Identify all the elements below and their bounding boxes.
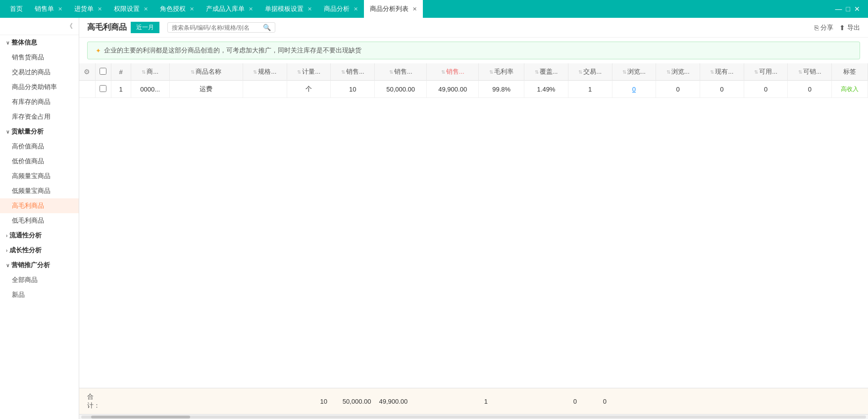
close-tab-analysis[interactable]: ✕	[354, 6, 358, 12]
sidebar-item-high-margin[interactable]: 高毛利商品	[0, 198, 79, 213]
nav-template-settings[interactable]: 单据模板设置 ✕	[259, 0, 318, 18]
col-available[interactable]: ⇅可用...	[744, 63, 788, 81]
col-browse2[interactable]: ⇅浏览...	[656, 63, 700, 81]
cell-cover: 1.49%	[524, 81, 568, 98]
sidebar-item-low-freq[interactable]: 低频量宝商品	[0, 184, 79, 198]
nav-home[interactable]: 首页	[4, 0, 29, 18]
sidebar-group-trend[interactable]: › 流通性分析	[0, 228, 79, 243]
close-tab-permission[interactable]: ✕	[144, 6, 148, 12]
sort-icon: ⇅	[142, 69, 146, 75]
col-checkbox	[95, 63, 111, 81]
close-tab-analysis-list[interactable]: ✕	[412, 6, 417, 12]
col-sales-amount[interactable]: ⇅销售...	[375, 63, 427, 81]
sidebar-item-high-value[interactable]: 高价值商品	[0, 139, 79, 154]
cell-spec	[243, 81, 287, 98]
col-name[interactable]: ⇅商品名称	[169, 63, 243, 81]
close-tab-purchase[interactable]: ✕	[98, 6, 102, 12]
col-current-stock[interactable]: ⇅现有...	[700, 63, 744, 81]
scrollbar-thumb[interactable]	[91, 416, 190, 419]
sidebar-item-all-goods[interactable]: 全部商品	[0, 273, 79, 287]
footer-bar: 合计： 10 50,000.00 49,900.00 1 0 0	[79, 388, 868, 414]
settings-icon[interactable]: ⚙	[84, 68, 90, 76]
sidebar-item-low-margin[interactable]: 低毛利商品	[0, 213, 79, 228]
cell-unit: 个	[287, 81, 331, 98]
cell-current-stock: 0	[700, 81, 744, 98]
window-controls: — □ ✕	[835, 5, 864, 13]
col-browse1[interactable]: ⇅浏览...	[612, 63, 656, 81]
cell-available: 0	[744, 81, 788, 98]
close-tab-sales[interactable]: ✕	[58, 6, 62, 12]
close-tab-finished[interactable]: ✕	[249, 6, 253, 12]
col-spec[interactable]: ⇅规格...	[243, 63, 287, 81]
sidebar-group-financial[interactable]: ∨ 贡献量分析	[0, 124, 79, 139]
sidebar-item-stock-capital[interactable]: 库存资金占用	[0, 109, 79, 124]
col-settings[interactable]: ⚙	[79, 63, 95, 81]
sidebar-item-sales-goods[interactable]: 销售货商品	[0, 50, 79, 65]
nav-finished-goods[interactable]: 产成品入库单 ✕	[200, 0, 259, 18]
cell-trade: 1	[568, 81, 612, 98]
sidebar-item-new-goods[interactable]: 新品	[0, 287, 79, 302]
chevron-down-icon-3: ∨	[6, 263, 9, 268]
footer-sales-profit: 49,900.00	[375, 398, 412, 405]
nav-permission-settings[interactable]: 权限设置 ✕	[108, 0, 154, 18]
sidebar-item-traded-goods[interactable]: 交易过的商品	[0, 65, 79, 80]
close-tab-role[interactable]: ✕	[190, 6, 194, 12]
cell-index: 1	[111, 81, 131, 98]
info-banner: ✦ 企业的主要的利润都是这部分商品创造的，可考虑加大推广，同时关注库存是不要出现…	[87, 42, 860, 59]
sidebar-group-overall[interactable]: ∨ 整体信息	[0, 35, 79, 50]
cell-browse1[interactable]: 0	[612, 81, 656, 98]
close-button[interactable]: ✕	[854, 5, 860, 13]
col-unit[interactable]: ⇅计量...	[287, 63, 331, 81]
nav-goods-analysis-list[interactable]: 商品分析列表 ✕	[364, 0, 423, 18]
table-header-row: ⚙ # ⇅商... ⇅商品名称 ⇅规格...	[79, 63, 868, 81]
chevron-down-icon: ∨	[6, 40, 9, 46]
sidebar-group-marketing[interactable]: ∨ 营销推广分析	[0, 258, 79, 273]
search-icon[interactable]: 🔍	[263, 24, 271, 31]
search-input[interactable]	[172, 24, 261, 31]
table-row: 1 0000... 运费 个 10 50,000.00 49,900.00 99…	[79, 81, 868, 98]
sidebar-collapse-btn[interactable]: 《	[66, 22, 73, 31]
browse1-link[interactable]: 0	[632, 86, 636, 93]
footer-sales-qty: 10	[309, 398, 339, 405]
cell-margin-rate: 99.8%	[479, 81, 524, 98]
sidebar-group-growth[interactable]: › 成长性分析	[0, 243, 79, 258]
col-sales-profit[interactable]: ⇅销售...	[427, 63, 479, 81]
cell-browse2: 0	[656, 81, 700, 98]
col-saleable[interactable]: ⇅可销...	[788, 63, 832, 81]
col-code[interactable]: ⇅商...	[131, 63, 169, 81]
export-button[interactable]: ⬆ 导出	[839, 23, 860, 32]
export-icon: ⬆	[839, 24, 845, 32]
time-filter-month[interactable]: 近一月	[131, 22, 159, 33]
select-all-checkbox[interactable]	[100, 68, 106, 75]
col-sales-qty[interactable]: ⇅销售...	[331, 63, 375, 81]
col-margin-rate[interactable]: ⇅毛利率	[479, 63, 524, 81]
col-trade[interactable]: ⇅交易...	[568, 63, 612, 81]
nav-goods-analysis[interactable]: 商品分析 ✕	[318, 0, 364, 18]
sidebar-item-in-stock[interactable]: 有库存的商品	[0, 94, 79, 109]
close-tab-template[interactable]: ✕	[307, 6, 312, 12]
sort-icon-name: ⇅	[191, 69, 195, 75]
time-filter-group: 近一月	[131, 22, 159, 33]
horizontal-scrollbar[interactable]	[79, 414, 868, 419]
page-title: 高毛利商品	[87, 22, 127, 33]
maximize-button[interactable]: □	[846, 5, 850, 13]
col-cover[interactable]: ⇅覆盖...	[524, 63, 568, 81]
tag-badge: 高收入	[841, 86, 859, 93]
sidebar-item-analysis-assist[interactable]: 商品分类助销率	[0, 80, 79, 94]
chevron-right-icon-2: ›	[6, 248, 7, 253]
footer-trade: 1	[471, 398, 501, 405]
minimize-button[interactable]: —	[835, 5, 842, 13]
nav-role-auth[interactable]: 角色授权 ✕	[154, 0, 200, 18]
row-checkbox[interactable]	[100, 85, 106, 92]
search-box: 🔍	[167, 22, 275, 33]
chevron-down-icon-2: ∨	[6, 129, 9, 135]
share-button[interactable]: ⎘ 分享	[815, 23, 833, 32]
cell-code: 0000...	[131, 81, 169, 98]
footer-sales-amount: 50,000.00	[339, 398, 375, 405]
nav-purchase-order[interactable]: 进货单 ✕	[68, 0, 108, 18]
sidebar-item-low-value[interactable]: 低价值商品	[0, 154, 79, 169]
sidebar-item-high-freq[interactable]: 高频量宝商品	[0, 169, 79, 184]
cell-tag: 高收入	[832, 81, 868, 98]
nav-sales-order[interactable]: 销售单 ✕	[29, 0, 68, 18]
table-container: ⚙ # ⇅商... ⇅商品名称 ⇅规格...	[79, 63, 868, 388]
